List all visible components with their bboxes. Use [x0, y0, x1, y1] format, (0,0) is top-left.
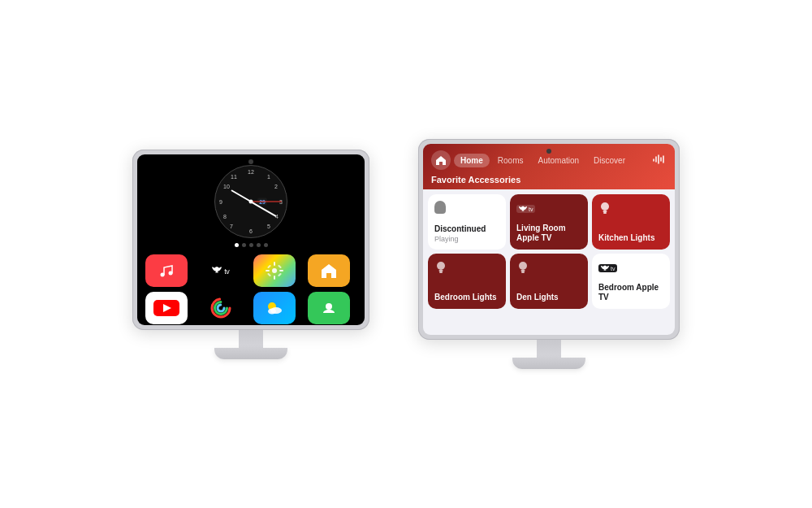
svg-rect-3 — [274, 262, 275, 266]
svg-rect-29 — [439, 270, 443, 271]
app-grid: tv — [137, 248, 365, 325]
tile-bedroom-tv-title: Bedroom Apple TV — [598, 283, 663, 302]
app-appletv[interactable]: tv — [200, 254, 242, 287]
bulb-icon-kitchen — [598, 201, 663, 219]
svg-rect-8 — [278, 265, 282, 269]
tile-discontinued[interactable]: Discontinued Playing — [428, 194, 506, 250]
clock-num-12: 12 — [248, 169, 254, 175]
right-stand-base — [512, 358, 585, 369]
page-dot-2 — [242, 243, 246, 247]
clock-num-2: 2 — [274, 184, 278, 189]
home-nav: Home Rooms Automation Discover — [431, 150, 667, 170]
page-dots — [235, 243, 268, 247]
sound-waves-icon[interactable] — [652, 154, 667, 167]
svg-point-1 — [169, 271, 173, 276]
svg-rect-26 — [603, 211, 607, 212]
svg-rect-33 — [521, 271, 525, 273]
tab-automation[interactable]: Automation — [531, 154, 585, 167]
app-fitness[interactable] — [200, 292, 242, 324]
second-hand — [251, 201, 282, 202]
clock-num-8: 8 — [223, 214, 227, 219]
svg-rect-10 — [278, 273, 282, 277]
app-home[interactable] — [308, 254, 350, 287]
right-stand-neck — [537, 340, 561, 358]
svg-point-25 — [601, 202, 609, 211]
svg-rect-30 — [439, 271, 443, 273]
clock-num-9: 9 — [219, 198, 222, 204]
clock-area: 12 1 2 3 4 5 6 7 8 9 10 11 29 — [137, 154, 365, 249]
svg-rect-4 — [274, 276, 275, 280]
svg-rect-32 — [521, 270, 525, 271]
tile-living-room-tv[interactable]: tv Living Room Apple TV — [510, 194, 588, 250]
left-stand-neck — [239, 330, 263, 348]
tile-bedroom-lights-title: Bedroom Lights — [434, 293, 499, 302]
tile-kitchen-lights[interactable]: Kitchen Lights — [592, 194, 670, 250]
clock-num-7: 7 — [230, 224, 233, 229]
svg-rect-7 — [267, 265, 271, 269]
clock-num-11: 11 — [231, 174, 237, 180]
appletv-label: tv — [212, 266, 230, 276]
clock-num-6: 6 — [249, 228, 253, 234]
home-header: Home Rooms Automation Discover — [423, 144, 675, 189]
app-weather[interactable] — [253, 292, 296, 324]
svg-point-0 — [161, 273, 165, 277]
left-screen-wrapper: 12 1 2 3 4 5 6 7 8 9 10 11 29 — [132, 150, 369, 330]
bulb-icon-bedroom — [434, 260, 499, 278]
tab-rooms[interactable]: Rooms — [491, 154, 530, 167]
page-dot-1 — [235, 243, 239, 247]
app-music[interactable] — [145, 254, 188, 287]
svg-rect-6 — [279, 270, 283, 271]
tile-discontinued-subtitle: Playing — [434, 235, 499, 243]
favorites-label: Favorite Accessories — [431, 175, 667, 189]
app-findmy[interactable] — [308, 292, 350, 324]
home-nav-icon[interactable] — [431, 150, 451, 170]
right-screen-wrapper: Home Rooms Automation Discover — [418, 139, 680, 340]
right-monitor: Home Rooms Automation Discover — [418, 139, 680, 369]
tab-discover[interactable]: Discover — [587, 154, 632, 167]
right-screen: Home Rooms Automation Discover — [423, 144, 675, 335]
svg-point-28 — [437, 262, 445, 270]
tab-home[interactable]: Home — [454, 154, 490, 167]
app-photos[interactable] — [253, 254, 296, 287]
tile-kitchen-title: Kitchen Lights — [598, 233, 663, 243]
clock-face: 12 1 2 3 4 5 6 7 8 9 10 11 29 — [214, 165, 287, 238]
left-stand-base — [214, 348, 287, 359]
svg-rect-27 — [603, 212, 607, 214]
page-dot-3 — [249, 243, 253, 247]
bulb-icon-den — [516, 260, 581, 278]
clock-center — [249, 199, 253, 203]
left-monitor: 12 1 2 3 4 5 6 7 8 9 10 11 29 — [132, 150, 369, 359]
homepod-icon-discontinued — [434, 201, 499, 216]
tile-bedroom-tv[interactable]: tv Bedroom Apple TV — [592, 254, 670, 309]
clock-num-10: 10 — [223, 184, 230, 189]
svg-point-31 — [519, 262, 527, 270]
nav-tabs: Home Rooms Automation Discover — [454, 154, 649, 167]
svg-point-15 — [218, 305, 224, 311]
tile-bedroom-lights[interactable]: Bedroom Lights — [428, 254, 506, 309]
svg-rect-9 — [267, 273, 271, 277]
clock-num-1: 1 — [267, 174, 270, 180]
appletv-badge-bedroom: tv — [598, 260, 663, 275]
tile-living-room-title: Living Room Apple TV — [516, 224, 581, 243]
page-dot-4 — [257, 243, 261, 247]
tile-den-lights[interactable]: Den Lights — [510, 254, 588, 309]
tile-discontinued-title: Discontinued — [434, 224, 499, 234]
clock-num-5: 5 — [267, 224, 270, 229]
svg-point-2 — [272, 268, 277, 273]
page-dot-5 — [264, 243, 268, 247]
accessories-grid: Discontinued Playing tv Living Room Appl… — [423, 189, 675, 314]
app-youtube[interactable] — [145, 292, 188, 324]
tile-den-lights-title: Den Lights — [516, 293, 581, 302]
svg-rect-5 — [266, 270, 270, 271]
svg-point-18 — [268, 309, 276, 315]
svg-point-19 — [326, 303, 332, 310]
appletv-badge-living-room: tv — [516, 201, 581, 215]
left-screen: 12 1 2 3 4 5 6 7 8 9 10 11 29 — [137, 154, 365, 325]
